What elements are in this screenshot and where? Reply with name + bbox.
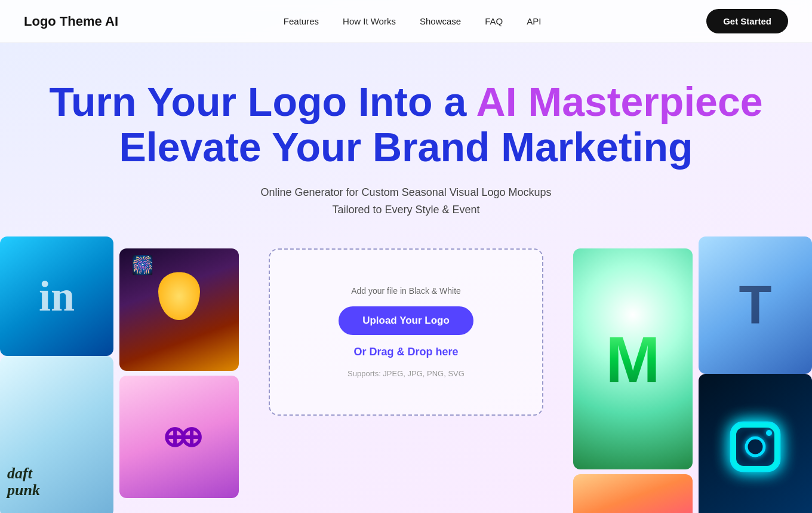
hero-subtitle-line1: Online Generator for Custom Seasonal Vis… <box>261 186 552 198</box>
hero-section: Turn Your Logo Into a AI Masterpiece Ele… <box>0 43 812 236</box>
mid-right-images <box>573 248 693 513</box>
upload-dropzone[interactable]: Add your file in Black & White Upload Yo… <box>269 248 543 416</box>
tile-heart-sunset <box>573 474 693 513</box>
hero-subtitle-line2: Tailored to Every Style & Event <box>332 204 479 216</box>
instagram-inner-circle <box>745 437 766 457</box>
hero-title-blue-2: Elevate Your Brand Marketing <box>119 124 693 170</box>
supports-text: Supports: JPEG, JPG, PNG, SVG <box>347 369 465 378</box>
tile-apple-fireworks <box>119 248 239 371</box>
nav-features[interactable]: Features <box>284 16 319 26</box>
nav-how-it-works[interactable]: How It Works <box>343 16 396 26</box>
instagram-ring <box>730 422 781 472</box>
nav-faq[interactable]: FAQ <box>485 16 503 26</box>
nav-links: Features How It Works Showcase FAQ API <box>284 16 542 27</box>
right-gallery-column <box>699 236 812 513</box>
mid-left-images <box>119 248 239 498</box>
hero-title: Turn Your Logo Into a AI Masterpiece Ele… <box>12 79 800 170</box>
content-row: Add your file in Black & White Upload Yo… <box>0 236 812 513</box>
tile-instagram <box>699 374 812 513</box>
tile-tesla <box>699 236 812 374</box>
instagram-dot <box>766 430 772 436</box>
nav-logo[interactable]: Logo Theme AI <box>24 14 118 29</box>
get-started-button[interactable]: Get Started <box>706 9 788 33</box>
nav-showcase[interactable]: Showcase <box>420 16 461 26</box>
tile-chanel <box>119 376 239 498</box>
left-gallery-column <box>0 236 113 513</box>
navigation: Logo Theme AI Features How It Works Show… <box>0 0 812 43</box>
mid-inner-row: Add your file in Black & White Upload Yo… <box>119 248 693 513</box>
center-column: Add your file in Black & White Upload Yo… <box>113 236 699 513</box>
hero-title-blue-1: Turn Your Logo Into a <box>49 79 476 124</box>
upload-hint: Add your file in Black & White <box>351 286 461 296</box>
tile-mcdonalds-rainbow <box>573 248 693 469</box>
drag-drop-text: Or Drag & Drop here <box>353 346 458 358</box>
upload-logo-button[interactable]: Upload Your Logo <box>339 306 473 335</box>
tile-linkedin <box>0 236 113 356</box>
hero-title-purple-1: AI Masterpiece <box>476 79 763 124</box>
tile-daftpunk <box>0 356 113 513</box>
nav-api[interactable]: API <box>527 16 541 26</box>
hero-subtitle: Online Generator for Custom Seasonal Vis… <box>12 184 800 219</box>
